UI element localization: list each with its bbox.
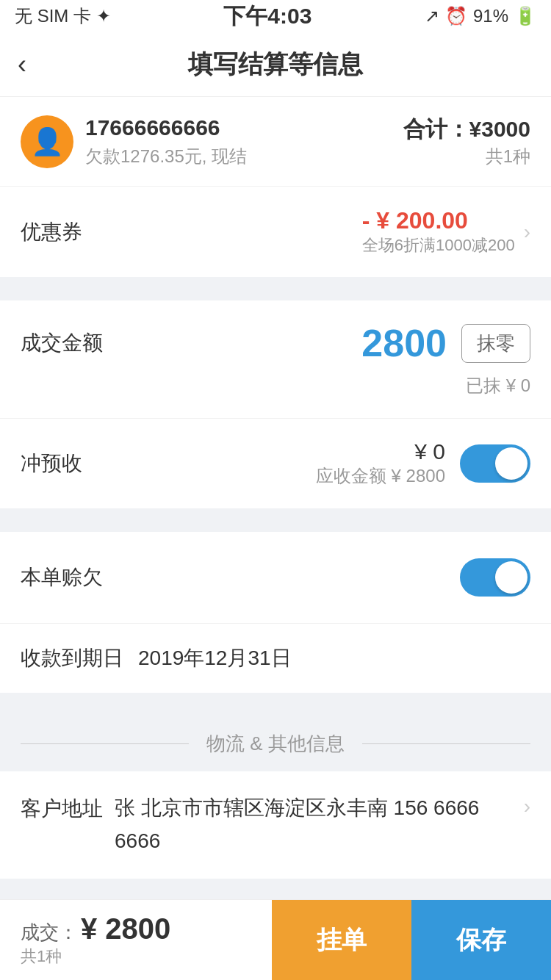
precharge-toggle[interactable] xyxy=(460,444,530,483)
divider-line-right xyxy=(362,743,530,744)
due-date-value: 2019年12月31日 xyxy=(138,644,292,672)
bottom-summary: 成交： ¥ 2800 共1种 xyxy=(0,912,272,968)
due-date-row: 收款到期日 2019年12月31日 xyxy=(21,644,530,672)
alarm-icon: ⏰ xyxy=(445,6,467,26)
bottom-amount: ¥ 2800 xyxy=(81,912,170,945)
status-left: 无 SIM 卡 ✦ xyxy=(15,4,111,28)
amount-row: 成交金额 2800 抹零 xyxy=(21,321,530,365)
back-button[interactable]: ‹ xyxy=(18,49,26,80)
due-date-label: 收款到期日 xyxy=(21,644,123,672)
page-title: 填写结算等信息 xyxy=(188,48,363,82)
customer-info: 17666666666 欠款1276.35元, 现结 xyxy=(85,115,247,168)
content-area: 👤 17666666666 欠款1276.35元, 现结 合计：¥3000 共1… xyxy=(0,97,551,980)
logistics-text: 物流 & 其他信息 xyxy=(206,731,345,757)
avatar-icon: 👤 xyxy=(31,126,64,157)
location-icon: ↗ xyxy=(425,6,439,26)
bottom-item-count: 共1种 xyxy=(21,945,251,968)
customer-left: 👤 17666666666 欠款1276.35元, 现结 xyxy=(21,115,247,168)
debt-toggle[interactable] xyxy=(460,558,530,597)
precharge-right: ¥ 0 应收金额 ¥ 2800 xyxy=(316,439,530,488)
due-date-section: 收款到期日 2019年12月31日 xyxy=(0,623,551,693)
nav-bar: ‹ 填写结算等信息 xyxy=(0,32,551,97)
debt-label: 本单赊欠 xyxy=(21,563,103,591)
item-count: 共1种 xyxy=(403,145,530,168)
coupon-right: - ¥ 200.00 全场6折满1000减200 › xyxy=(362,207,530,256)
address-section[interactable]: 客户地址 张 北京市市辖区海淀区永丰南 156 6666 6666 › xyxy=(0,771,551,879)
coupon-chevron-icon: › xyxy=(524,220,530,244)
amount-right: 2800 抹零 xyxy=(361,321,530,365)
address-label: 客户地址 xyxy=(21,792,103,823)
coupon-amount: - ¥ 200.00 xyxy=(362,207,515,234)
customer-row: 👤 17666666666 欠款1276.35元, 现结 合计：¥3000 共1… xyxy=(0,97,551,186)
avatar: 👤 xyxy=(21,115,73,168)
coupon-row[interactable]: 优惠券 - ¥ 200.00 全场6折满1000减200 › xyxy=(0,186,551,277)
customer-card: 👤 17666666666 欠款1276.35元, 现结 合计：¥3000 共1… xyxy=(0,97,551,277)
pending-button[interactable]: 挂单 xyxy=(272,900,411,981)
customer-right: 合计：¥3000 共1种 xyxy=(403,115,530,168)
save-button[interactable]: 保存 xyxy=(411,900,551,981)
customer-debt-info: 欠款1276.35元, 现结 xyxy=(85,145,247,168)
battery-icon: 🔋 xyxy=(514,6,536,26)
address-value: 张 北京市市辖区海淀区永丰南 156 6666 6666 xyxy=(115,792,512,858)
erased-text: 已抹 ¥ 0 xyxy=(21,374,530,397)
battery-text: 91% xyxy=(473,6,508,26)
precharge-value: ¥ 0 xyxy=(316,439,445,464)
deal-amount-label: 成交金额 xyxy=(21,329,103,357)
total-amount: 合计：¥3000 xyxy=(403,115,530,145)
precharge-row: 冲预收 ¥ 0 应收金额 ¥ 2800 xyxy=(21,439,530,488)
logistics-divider: 物流 & 其他信息 xyxy=(0,716,551,771)
section-gap-2 xyxy=(0,520,551,532)
precharge-section: 冲预收 ¥ 0 应收金额 ¥ 2800 xyxy=(0,418,551,508)
customer-phone: 17666666666 xyxy=(85,115,247,140)
debt-toggle-thumb xyxy=(495,561,527,594)
address-chevron-icon: › xyxy=(524,792,530,818)
precharge-amount-block: ¥ 0 应收金额 ¥ 2800 xyxy=(316,439,445,488)
section-gap-3 xyxy=(0,705,551,716)
deal-amount-value: 2800 xyxy=(361,321,447,365)
status-time: 下午4:03 xyxy=(223,1,311,32)
coupon-label: 优惠券 xyxy=(21,218,82,246)
section-gap-1 xyxy=(0,289,551,300)
sim-text: 无 SIM 卡 ✦ xyxy=(15,4,111,28)
toggle-thumb xyxy=(495,447,527,480)
receivable-text: 应收金额 ¥ 2800 xyxy=(316,464,445,488)
bottom-bar: 成交： ¥ 2800 共1种 挂单 保存 xyxy=(0,899,551,980)
divider-line-left xyxy=(21,743,189,744)
precharge-label: 冲预收 xyxy=(21,450,82,478)
round-button[interactable]: 抹零 xyxy=(461,324,530,363)
status-right: ↗ ⏰ 91% 🔋 xyxy=(425,6,536,26)
coupon-desc: 全场6折满1000减200 xyxy=(362,234,515,256)
bottom-deal-label: 成交： xyxy=(21,920,78,945)
status-bar: 无 SIM 卡 ✦ 下午4:03 ↗ ⏰ 91% 🔋 xyxy=(0,0,551,32)
amount-section: 成交金额 2800 抹零 已抹 ¥ 0 xyxy=(0,300,551,418)
debt-section: 本单赊欠 xyxy=(0,532,551,623)
